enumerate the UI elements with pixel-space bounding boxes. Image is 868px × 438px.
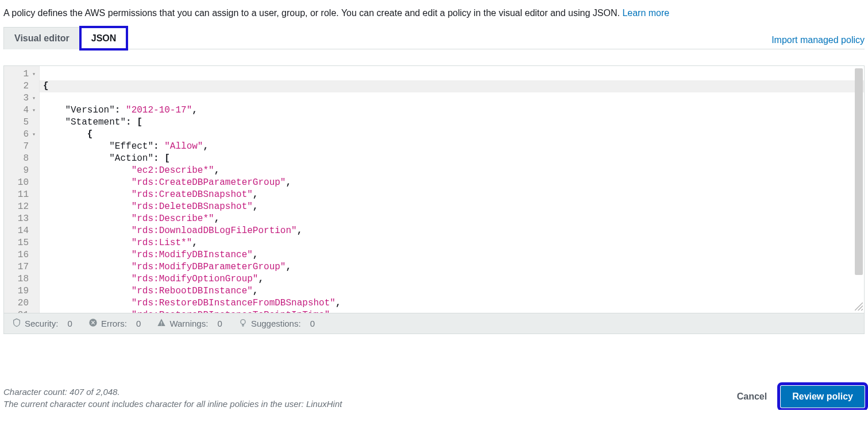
import-managed-policy-link[interactable]: Import managed policy bbox=[771, 35, 865, 49]
line-number: 10 bbox=[4, 177, 36, 189]
line-number: 17 bbox=[4, 261, 36, 273]
editor-tabs: Visual editor JSON Import managed policy bbox=[3, 26, 865, 49]
line-number: 4 bbox=[4, 104, 36, 117]
line-number: 18 bbox=[4, 273, 36, 285]
line-number: 20 bbox=[4, 297, 36, 309]
line-number: 9 bbox=[4, 165, 36, 177]
line-number-gutter: 1 2 3 4 5 6 7 8 9 10 11 12 13 14 15 16 1… bbox=[4, 66, 40, 313]
code-editor[interactable]: 1 2 3 4 5 6 7 8 9 10 11 12 13 14 15 16 1… bbox=[4, 66, 864, 313]
char-count-text: Character count: 407 of 2,048. bbox=[3, 386, 342, 398]
svg-rect-1 bbox=[161, 321, 162, 324]
line-number: 16 bbox=[4, 249, 36, 261]
line-number: 1 bbox=[4, 68, 36, 80]
line-number: 8 bbox=[4, 153, 36, 165]
line-number: 21 bbox=[4, 309, 36, 313]
line-number: 15 bbox=[4, 237, 36, 249]
lightbulb-icon bbox=[238, 318, 248, 329]
validation-status-bar: Security: 0 Errors: 0 Warnings: 0 Sugges… bbox=[4, 313, 864, 334]
char-note-text: The current character count includes cha… bbox=[3, 398, 342, 410]
review-policy-button[interactable]: Review policy bbox=[781, 386, 865, 408]
line-number: 13 bbox=[4, 213, 36, 225]
tab-visual-editor[interactable]: Visual editor bbox=[3, 27, 80, 49]
character-count-info: Character count: 407 of 2,048. The curre… bbox=[3, 386, 342, 410]
tab-json[interactable]: JSON bbox=[80, 27, 128, 49]
line-number: 14 bbox=[4, 225, 36, 237]
page-footer: Character count: 407 of 2,048. The curre… bbox=[3, 386, 865, 410]
svg-rect-2 bbox=[161, 324, 162, 325]
line-number: 2 bbox=[4, 80, 36, 92]
vertical-scrollbar[interactable] bbox=[855, 68, 863, 275]
error-circle-icon bbox=[88, 318, 98, 329]
shield-icon bbox=[12, 318, 21, 329]
code-content[interactable]: { "Version": "2012-10-17", "Statement": … bbox=[40, 66, 864, 313]
line-number: 7 bbox=[4, 141, 36, 153]
cancel-button[interactable]: Cancel bbox=[737, 392, 767, 402]
policy-description: A policy defines the AWS permissions tha… bbox=[3, 8, 865, 18]
line-number: 19 bbox=[4, 285, 36, 297]
json-editor: 1 2 3 4 5 6 7 8 9 10 11 12 13 14 15 16 1… bbox=[3, 65, 865, 334]
warning-triangle-icon bbox=[157, 318, 166, 329]
svg-point-3 bbox=[241, 320, 245, 324]
learn-more-link[interactable]: Learn more bbox=[622, 8, 669, 18]
status-warnings[interactable]: Warnings: 0 bbox=[157, 318, 222, 329]
line-number: 5 bbox=[4, 117, 36, 129]
description-text: A policy defines the AWS permissions tha… bbox=[3, 8, 620, 18]
line-number: 6 bbox=[4, 129, 36, 141]
line-number: 3 bbox=[4, 92, 36, 104]
line-number: 11 bbox=[4, 189, 36, 201]
status-errors[interactable]: Errors: 0 bbox=[88, 318, 141, 329]
line-number: 12 bbox=[4, 201, 36, 213]
status-security[interactable]: Security: 0 bbox=[12, 318, 72, 329]
status-suggestions[interactable]: Suggestions: 0 bbox=[238, 318, 315, 329]
